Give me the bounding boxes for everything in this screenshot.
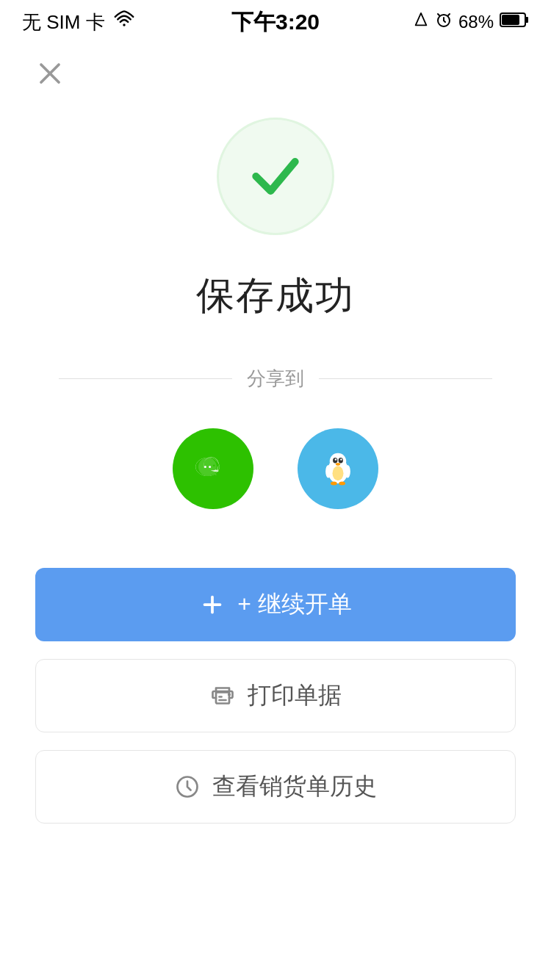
history-label: 查看销货单历史 [212, 771, 377, 803]
svg-point-22 [333, 466, 344, 480]
svg-point-25 [325, 465, 331, 478]
svg-point-23 [331, 482, 337, 486]
actions-container: + 继续开单 打印单据 查看销货单历史 [0, 568, 551, 824]
history-icon [174, 774, 201, 800]
svg-point-21 [336, 463, 340, 466]
svg-rect-29 [216, 693, 229, 704]
status-right: 68% [413, 11, 529, 33]
divider-line-right [319, 378, 492, 379]
plus-icon [199, 591, 226, 618]
history-button[interactable]: 查看销货单历史 [35, 750, 516, 824]
svg-point-19 [335, 458, 337, 461]
battery-icon [500, 12, 529, 32]
svg-point-17 [333, 458, 337, 464]
main-content: 保存成功 分享到 [0, 44, 551, 824]
print-label: 打印单据 [248, 680, 342, 712]
share-icons-container [173, 428, 378, 509]
share-divider: 分享到 [0, 366, 551, 392]
print-button[interactable]: 打印单据 [35, 659, 516, 732]
divider-text: 分享到 [247, 366, 304, 392]
svg-rect-3 [525, 17, 528, 23]
svg-point-10 [209, 466, 211, 468]
success-circle [217, 118, 334, 235]
svg-rect-4 [502, 15, 519, 25]
success-title: 保存成功 [196, 270, 355, 322]
svg-point-26 [345, 465, 350, 478]
status-time: 下午3:20 [231, 7, 320, 37]
status-bar: 无 SIM 卡 下午3:20 68% [0, 0, 551, 44]
alarm-icon [435, 11, 453, 33]
close-button[interactable] [29, 53, 71, 94]
continue-label: + 继续开单 [237, 588, 352, 621]
svg-point-24 [339, 482, 345, 486]
svg-point-0 [123, 24, 126, 26]
battery-percent: 68% [458, 12, 494, 32]
status-left: 无 SIM 卡 [22, 10, 134, 35]
qq-share-button[interactable] [298, 428, 378, 509]
print-icon [209, 682, 236, 709]
svg-point-11 [213, 464, 215, 466]
wechat-share-button[interactable] [173, 428, 253, 509]
wifi-icon [114, 10, 134, 35]
svg-point-20 [340, 458, 342, 461]
divider-line-left [59, 378, 232, 379]
svg-point-32 [228, 694, 230, 696]
svg-point-12 [217, 464, 219, 466]
sim-label: 无 SIM 卡 [22, 10, 105, 35]
svg-point-18 [339, 458, 343, 464]
svg-point-9 [204, 466, 206, 468]
location-icon [413, 12, 429, 32]
continue-button[interactable]: + 继续开单 [35, 568, 516, 641]
